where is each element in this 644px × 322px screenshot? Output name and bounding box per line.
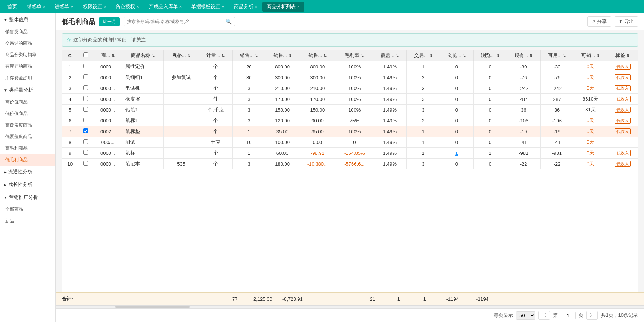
nav-goods-analysis-list[interactable]: 商品分析列表 × (262, 2, 304, 12)
per-page-select[interactable]: 50 100 (516, 311, 535, 320)
cell-checkbox[interactable] (78, 72, 93, 83)
row-checkbox[interactable] (83, 107, 88, 112)
col-code[interactable]: 商... ⇅ (93, 50, 122, 61)
col-tag[interactable]: 标签 ⇅ (607, 50, 638, 61)
cell-browse1[interactable]: 0 (440, 72, 473, 83)
search-input[interactable] (127, 19, 223, 24)
nav-roles[interactable]: 角色授权 × (111, 2, 143, 12)
col-sale3[interactable]: 销售... ⇅ (299, 50, 336, 61)
nav-purchase[interactable]: 进货单 × (50, 2, 77, 12)
row-checkbox[interactable] (83, 118, 88, 122)
col-available[interactable]: 可用... ⇅ (540, 50, 574, 61)
nav-goods-analysis-list-close[interactable]: × (297, 4, 299, 9)
nav-template[interactable]: 单据模板设置 × (187, 2, 228, 12)
col-unit[interactable]: 计量... ⇅ (199, 50, 232, 61)
cell-spec: 535 (164, 159, 199, 169)
cell-checkbox[interactable] (78, 115, 93, 126)
sidebar-item-stock-capital[interactable]: 库存资金占用 (0, 72, 55, 84)
export-button[interactable]: ⬆ 导出 (615, 16, 638, 27)
sidebar-item-low-value[interactable]: 低价值商品 (0, 108, 55, 119)
horizontal-scrollbar[interactable] (56, 305, 644, 308)
nav-sales[interactable]: 销货单 × (22, 2, 49, 12)
cell-checkbox[interactable] (78, 94, 93, 105)
cell-browse1[interactable]: 0 (440, 137, 473, 148)
cell-browse1[interactable]: 0 (440, 105, 473, 115)
cell-browse1[interactable]: 0 (440, 159, 473, 169)
cell-checkbox[interactable] (78, 83, 93, 94)
prev-page-button[interactable]: 〈 (538, 311, 550, 320)
cell-browse1[interactable]: 1 (440, 148, 473, 159)
sidebar-section-growth[interactable]: ▶ 成长性分析 (0, 178, 55, 191)
col-checkbox[interactable] (78, 50, 93, 61)
row-checkbox[interactable] (83, 139, 88, 144)
cell-unit: 个 (199, 126, 232, 137)
sidebar-item-stock-goods[interactable]: 有库存的商品 (0, 61, 55, 72)
cell-checkbox[interactable] (78, 148, 93, 159)
sidebar-section-marketing[interactable]: ▼ 营销推广分析 (0, 191, 55, 204)
nav-purchase-close[interactable]: × (71, 4, 73, 9)
sidebar-item-all-goods[interactable]: 全部商品 (0, 204, 55, 215)
sidebar-section-liquidity[interactable]: ▶ 流通性分析 (0, 166, 55, 178)
cell-checkbox[interactable] (78, 137, 93, 148)
next-page-button[interactable]: 〉 (586, 311, 598, 320)
nav-product-entry-close[interactable]: × (179, 4, 182, 9)
cell-gross: 100% (336, 105, 373, 115)
row-checkbox[interactable] (83, 161, 88, 166)
nav-permissions[interactable]: 权限设置 × (79, 2, 110, 12)
cell-browse1[interactable]: 0 (440, 94, 473, 105)
col-settings[interactable]: ⚙ (62, 50, 78, 61)
nav-home[interactable]: 首页 (3, 2, 22, 12)
col-coverage[interactable]: 覆盖... ⇅ (373, 50, 407, 61)
sidebar-item-low-margin[interactable]: 低毛利商品 (0, 154, 55, 166)
row-checkbox[interactable] (83, 85, 88, 90)
col-sale2[interactable]: 销售... ⇅ (266, 50, 299, 61)
cell-browse1[interactable]: 0 (440, 83, 473, 94)
col-gross[interactable]: 毛利率 ⇅ (336, 50, 373, 61)
col-browse2[interactable]: 浏览... ⇅ (473, 50, 507, 61)
col-name[interactable]: 商品名称 ⇅ (122, 50, 164, 61)
row-checkbox[interactable] (83, 150, 88, 155)
nav-template-close[interactable]: × (222, 4, 224, 9)
col-trade[interactable]: 交易... ⇅ (407, 50, 440, 61)
scrollbar-thumb[interactable] (115, 306, 190, 308)
nav-goods-analysis-close[interactable]: × (255, 4, 257, 9)
nav-product-entry[interactable]: 产成品入库单 × (144, 2, 186, 12)
cell-checkbox[interactable] (78, 159, 93, 169)
cell-browse1[interactable]: 0 (440, 61, 473, 72)
sidebar-item-high-coverage[interactable]: 高覆盖度商品 (0, 119, 55, 131)
sidebar-item-high-margin[interactable]: 高毛利商品 (0, 143, 55, 154)
sidebar-item-category-rate[interactable]: 商品分类助销率 (0, 49, 55, 61)
nav-goods-analysis[interactable]: 商品分析 × (230, 2, 262, 12)
col-browse1[interactable]: 浏览... ⇅ (440, 50, 473, 61)
nav-sales-close[interactable]: × (43, 4, 45, 9)
sidebar-item-high-value[interactable]: 高价值商品 (0, 96, 55, 108)
cell-sale2: 120.00 (266, 115, 299, 126)
select-all-checkbox[interactable] (83, 52, 88, 57)
sidebar-section-cluster[interactable]: ▼ 类群量分析 (0, 84, 55, 96)
share-button[interactable]: ↗ 分享 (587, 16, 611, 27)
cell-sellable: 0天 (574, 115, 607, 126)
sidebar-item-sales-goods[interactable]: 销售类商品 (0, 26, 55, 38)
row-checkbox[interactable] (83, 74, 88, 79)
cell-browse1[interactable]: 0 (440, 126, 473, 137)
sidebar-item-low-coverage[interactable]: 低覆盖度商品 (0, 131, 55, 143)
period-button[interactable]: 近一月 (99, 17, 120, 26)
cell-checkbox[interactable] (78, 105, 93, 115)
col-sellable[interactable]: 可销... ⇅ (574, 50, 607, 61)
cell-checkbox[interactable] (78, 126, 93, 137)
col-sale1[interactable]: 销售... ⇅ (232, 50, 266, 61)
col-current[interactable]: 现有... ⇅ (507, 50, 540, 61)
sidebar-item-new-goods[interactable]: 新品 (0, 215, 55, 227)
nav-permissions-close[interactable]: × (104, 4, 106, 9)
row-checkbox[interactable] (83, 128, 88, 133)
cell-checkbox[interactable] (78, 61, 93, 72)
row-checkbox[interactable] (83, 64, 88, 68)
page-input[interactable] (561, 312, 576, 319)
col-spec[interactable]: 规格... ⇅ (164, 50, 199, 61)
cell-browse1[interactable]: 0 (440, 115, 473, 126)
browse1-link[interactable]: 1 (455, 150, 458, 156)
row-checkbox[interactable] (83, 96, 88, 101)
sidebar-section-overall[interactable]: ▼ 整体信息 (0, 13, 55, 26)
nav-roles-close[interactable]: × (137, 4, 139, 9)
sidebar-item-traded-goods[interactable]: 交易过的商品 (0, 38, 55, 49)
